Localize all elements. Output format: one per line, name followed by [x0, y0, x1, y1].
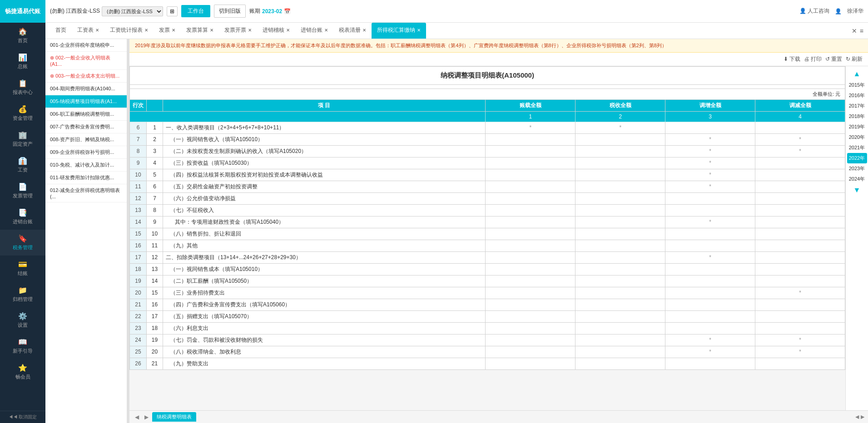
tab-首页[interactable]: 首页	[50, 23, 72, 39]
cell-c4-0[interactable]	[755, 122, 845, 133]
cell-c1-8[interactable]	[486, 216, 575, 228]
cell-c1-13[interactable]	[486, 275, 575, 287]
cell-c2-18[interactable]	[575, 334, 665, 346]
left-panel-item-8[interactable]: 009-企业所得税弥补亏损明...	[45, 146, 127, 159]
cell-c3-8[interactable]: *	[665, 216, 755, 228]
sidebar-item-工资[interactable]: 👔工资	[0, 152, 45, 178]
tab-close-7[interactable]: ✕	[324, 28, 328, 33]
cell-c1-10[interactable]	[486, 240, 575, 251]
left-panel-item-7[interactable]: 008-资产折旧、摊销及纳税...	[45, 133, 127, 146]
tab-close-5[interactable]: ✕	[248, 28, 252, 33]
left-panel-item-2[interactable]: ⊗ 003-一般企业成本支出明细...	[45, 70, 127, 83]
close-tab-button[interactable]: ✕	[852, 27, 857, 34]
cell-c3-13[interactable]	[665, 275, 755, 287]
sidebar-item-归档管理[interactable]: 📁归档管理	[0, 281, 45, 307]
cell-c1-3[interactable]	[486, 157, 575, 169]
cell-c3-3[interactable]: *	[665, 157, 755, 169]
cell-c2-2[interactable]	[575, 145, 665, 157]
cell-c2-9[interactable]	[575, 228, 665, 240]
cell-c2-14[interactable]	[575, 287, 665, 299]
tab-close-1[interactable]: ✕	[95, 28, 99, 33]
cell-c1-20[interactable]	[486, 358, 575, 369]
left-panel-item-0[interactable]: 001-企业所得税年度纳税申...	[45, 39, 127, 52]
cell-c4-6[interactable]	[755, 192, 845, 204]
cell-c2-7[interactable]	[575, 204, 665, 216]
tab-发票算算[interactable]: 发票算算✕	[181, 23, 219, 39]
cell-c1-4[interactable]	[486, 169, 575, 181]
cell-c1-18[interactable]	[486, 334, 575, 346]
sheet-nav-right[interactable]: ▶	[143, 413, 150, 421]
table-scroll[interactable]: 纳税调整项目明细表(A105000)全额单位: 元行次项 目账载全额税收全额调增…	[129, 66, 845, 411]
year-btn-2020年[interactable]: 2020年	[847, 132, 867, 143]
year-btn-2018年[interactable]: 2018年	[847, 111, 867, 122]
year-up-button[interactable]: ▲	[852, 68, 863, 80]
left-panel-item-3[interactable]: 004-期间费用明细表(A1040...	[45, 83, 127, 95]
cell-c1-15[interactable]	[486, 299, 575, 310]
cell-c1-1[interactable]	[486, 133, 575, 145]
cell-c4-5[interactable]	[755, 181, 845, 192]
tab-close-8[interactable]: ✕	[362, 28, 366, 33]
year-btn-2016年[interactable]: 2016年	[847, 90, 867, 101]
cell-c2-12[interactable]	[575, 263, 665, 275]
year-btn-2024年[interactable]: 2024年	[847, 174, 867, 184]
cell-c3-16[interactable]	[665, 310, 755, 322]
sheet-tab-active[interactable]: 纳税调整明细表	[152, 412, 196, 422]
cell-c1-7[interactable]	[486, 204, 575, 216]
cell-c3-12[interactable]	[665, 263, 755, 275]
cell-c2-20[interactable]	[575, 358, 665, 369]
left-panel-item-9[interactable]: 010-免税、减计收入及加计...	[45, 159, 127, 172]
cell-c2-0[interactable]: *	[575, 122, 665, 133]
cell-c1-16[interactable]	[486, 310, 575, 322]
sidebar-item-结账[interactable]: 💳结账	[0, 256, 45, 281]
cell-c1-12[interactable]	[486, 263, 575, 275]
cell-c3-6[interactable]	[665, 192, 755, 204]
year-btn-2021年[interactable]: 2021年	[847, 143, 867, 153]
tab-税表清册[interactable]: 税表清册✕	[333, 23, 372, 39]
tab-工资统计报表[interactable]: 工资统计报表✕	[104, 23, 154, 39]
cell-c2-13[interactable]	[575, 275, 665, 287]
sidebar-item-畅会员[interactable]: ⭐畅会员	[0, 359, 45, 385]
cell-c2-3[interactable]	[575, 157, 665, 169]
company-dropdown[interactable]: (勿删) 江西股金-LSS	[102, 6, 163, 16]
cell-c2-6[interactable]	[575, 192, 665, 204]
cell-c2-15[interactable]	[575, 299, 665, 310]
left-panel-item-4[interactable]: 005-纳税调整项目明细表(A1...	[45, 95, 127, 108]
sidebar-item-设置[interactable]: ⚙️设置	[0, 307, 45, 333]
left-panel-item-5[interactable]: 006-职工薪酬纳税调整明细...	[45, 108, 127, 121]
tab-发票[interactable]: 发票✕	[154, 23, 181, 39]
sidebar-item-总账[interactable]: 📊总账	[0, 49, 45, 74]
cell-c3-10[interactable]	[665, 240, 755, 251]
sidebar-item-税务管理[interactable]: 🔖税务管理	[0, 230, 45, 256]
cell-c4-8[interactable]	[755, 216, 845, 228]
sidebar-item-报表中心[interactable]: 📋报表中心	[0, 74, 45, 100]
cell-c1-19[interactable]	[486, 346, 575, 358]
sheet-nav-left[interactable]: ◀	[133, 413, 141, 421]
cell-c4-17[interactable]	[755, 322, 845, 334]
unfix-sidebar[interactable]: ◀◀ 取消固定	[0, 411, 45, 423]
cell-c4-16[interactable]	[755, 310, 845, 322]
cell-c4-9[interactable]	[755, 228, 845, 240]
cell-c3-1[interactable]: *	[665, 133, 755, 145]
cell-c3-18[interactable]: *	[665, 334, 755, 346]
cell-c3-7[interactable]	[665, 204, 755, 216]
cell-c2-4[interactable]	[575, 169, 665, 181]
cell-c1-5[interactable]	[486, 181, 575, 192]
year-down-button[interactable]: ▼	[852, 184, 863, 196]
sidebar-item-首页[interactable]: 🏠首页	[0, 23, 45, 49]
cell-c3-0[interactable]	[665, 122, 755, 133]
tab-进销台账[interactable]: 进销台账✕	[295, 23, 333, 39]
year-btn-2022年[interactable]: 2022年	[847, 153, 867, 163]
cell-c2-17[interactable]	[575, 322, 665, 334]
left-panel-item-10[interactable]: 011-研发费用加计扣除优惠...	[45, 172, 127, 184]
cell-c4-3[interactable]	[755, 157, 845, 169]
reset-button[interactable]: ↺ 重置	[825, 55, 842, 63]
tab-工资表[interactable]: 工资表✕	[72, 23, 104, 39]
refresh-button[interactable]: ↻ 刷新	[846, 55, 863, 63]
sidebar-item-固定资产[interactable]: 🏢固定资产	[0, 126, 45, 152]
cell-c4-20[interactable]	[755, 358, 845, 369]
tab-close-2[interactable]: ✕	[144, 28, 148, 33]
tab-menu-button[interactable]: ≡	[860, 27, 863, 34]
consult-button[interactable]: 👤 人工咨询	[799, 7, 829, 15]
cell-c4-2[interactable]: *	[755, 145, 845, 157]
cell-c1-6[interactable]	[486, 192, 575, 204]
